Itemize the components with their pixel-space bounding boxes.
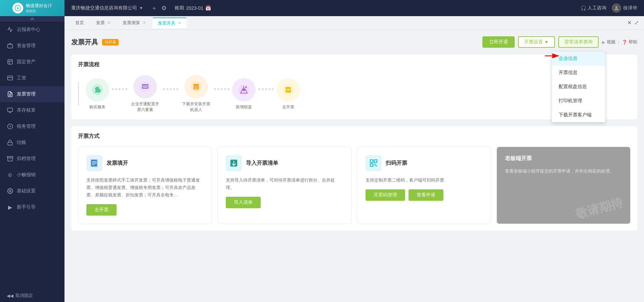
setting-button[interactable]: 开票设置 ▼ (518, 36, 555, 48)
user-service[interactable]: 🎧 人工咨询 (581, 5, 606, 11)
svg-rect-20 (142, 84, 148, 89)
step-label-1: 购买服务 (89, 104, 105, 110)
tab-invoice-list-close[interactable]: ✕ (108, 21, 111, 25)
accounting-icon (7, 139, 13, 146)
sidebar-item-accounting[interactable]: 结账 (0, 135, 65, 151)
sidebar-item-archive[interactable]: 归档管理 (0, 151, 65, 167)
sidebar-item-report2[interactable]: © 小畅报销 (0, 167, 65, 183)
connector-1 (112, 88, 127, 90)
close-tab-button[interactable]: ✕ (627, 20, 632, 26)
period-info: 账期 2023-01 📅 (175, 5, 211, 11)
divider: | (618, 40, 619, 45)
tab-invoice-list[interactable]: 发票 ✕ (91, 18, 116, 28)
step-circle-2 (133, 75, 157, 99)
method-header-fill: 发票填开 (86, 155, 204, 171)
company-selector[interactable]: 重庆畅捷交通信息咨询有限公司 ▼ (71, 5, 143, 11)
svg-rect-34 (286, 87, 291, 92)
tab-invoice-open[interactable]: 发票开具 ✕ (153, 17, 186, 28)
flow-steps: 购买服务 企业开通配置开票六要素 (78, 75, 631, 113)
fill-invoice-button[interactable]: 去开票 (86, 204, 117, 216)
dropdown-item-invoice-info[interactable]: 开票信息 (552, 66, 605, 80)
dropdown-item-label: 下载开票客户端 (559, 112, 592, 117)
app-title: 畅捷通好会计 (26, 3, 52, 9)
boss-watermark: 敬请期待 (574, 194, 625, 223)
dropdown-item-printer[interactable]: 打印机管理 (552, 94, 605, 108)
svg-point-13 (9, 190, 11, 192)
company-name: 重庆畅捷交通信息咨询有限公司 (71, 5, 137, 11)
exception-button[interactable]: 异常清单查询 (558, 36, 599, 48)
sidebar-item-label: 归档管理 (17, 156, 36, 162)
scan-code-manage-button[interactable]: 开票码管理 (366, 189, 405, 201)
sidebar-item-label: 发票管理 (17, 91, 36, 97)
content-area: 首页 发票 ✕ 发票测算 ✕ 发票开具 ✕ ✕ ⤢ 发票开具 (65, 16, 644, 302)
dropdown-item-download-client[interactable]: 下载开票客户端 (552, 108, 605, 122)
salary-icon (7, 75, 13, 81)
settings-button[interactable]: ⚙ (161, 4, 167, 12)
sidebar-item-label: 小畅报销 (17, 172, 36, 178)
page-header: 发票开具 待开通 立即开通 开票设置 ▼ 企业信息 (71, 36, 637, 48)
sidebar-item-label: 工资 (17, 75, 26, 81)
svg-text:+: + (245, 86, 246, 88)
step-label-5: 去开票 (282, 104, 294, 110)
connector-4 (258, 88, 274, 90)
sidebar-item-guide[interactable]: ▶ 新手引导 (0, 199, 65, 215)
sidebar-cancel-fixed[interactable]: ◀◀ 取消固定 (0, 289, 65, 302)
settings-sidebar-icon (7, 188, 13, 194)
service-label: 人工咨询 (588, 5, 606, 11)
sidebar-item-label: 库存核算 (17, 107, 36, 113)
import-invoice-icon (226, 155, 242, 171)
step-label-4: 新增税盘 (236, 104, 252, 110)
svg-rect-2 (8, 44, 13, 48)
method-header-scan: 扫码开票 (366, 155, 483, 171)
tab-invoice-test[interactable]: 发票测算 ✕ (117, 18, 151, 28)
connector-2 (163, 88, 178, 90)
logo-icon (12, 3, 23, 13)
user-info[interactable]: 徐泽华 (612, 3, 637, 13)
tax-icon (7, 123, 13, 130)
add-tab-button[interactable]: ＋ (151, 4, 157, 12)
sidebar-item-reports[interactable]: 云报表中心 (0, 22, 65, 38)
svg-point-1 (615, 6, 617, 8)
dropdown-item-label: 打印机管理 (559, 98, 582, 103)
sidebar-item-salary[interactable]: 工资 (0, 70, 65, 86)
method-section: 开票方式 发票填开 支持按照发票样式手工填开发票；可开具增值税电子普通发票、增值… (71, 126, 637, 231)
calendar-icon[interactable]: 📅 (205, 5, 211, 11)
import-invoice-button[interactable]: 导入清单 (226, 197, 261, 208)
topbar-right: 重庆畅捷交通信息咨询有限公司 ▼ ＋ ⚙ 账期 2023-01 📅 🎧 人工咨询… (65, 0, 644, 16)
main-layout: 云报表中心 资金管理 固定资产 工资 发票管理 (0, 16, 644, 302)
cancel-fixed-label: 取消固定 (15, 293, 33, 299)
import-invoice-title: 导入开票清单 (246, 160, 278, 167)
video-label[interactable]: 视频 (607, 39, 615, 45)
tab-invoice-test-close[interactable]: ✕ (143, 21, 146, 25)
sidebar-item-settings[interactable]: 基础设置 (0, 183, 65, 199)
svg-rect-4 (8, 76, 13, 80)
archive-icon (7, 155, 13, 162)
username-label: 徐泽华 (623, 5, 637, 11)
sidebar-item-funds[interactable]: 资金管理 (0, 38, 65, 54)
step-label-3: 下载并安装开票机器人 (181, 101, 211, 113)
sidebar-scroll-up[interactable] (0, 16, 65, 22)
tab-invoice-open-close[interactable]: ✕ (178, 21, 181, 25)
invoice-icon (7, 91, 13, 98)
step-divider-start (78, 82, 79, 106)
header-actions: 立即开通 开票设置 ▼ 企业信息 开票信息 (482, 36, 637, 48)
sidebar-item-label: 基础设置 (17, 188, 36, 194)
view-application-button[interactable]: 查看申请 (409, 189, 443, 201)
period-value: 2023-01 (186, 5, 203, 11)
maximize-button[interactable]: ⤢ (634, 20, 639, 26)
sidebar-item-tax[interactable]: 税务管理 (0, 118, 65, 135)
tab-home[interactable]: 首页 (70, 18, 89, 28)
status-badge: 待开通 (102, 39, 119, 45)
headset-icon: 🎧 (581, 5, 586, 11)
sidebar-item-invoice[interactable]: 发票管理 (0, 86, 65, 102)
topbar: 畅捷通好会计 旗舰版 重庆畅捷交通信息咨询有限公司 ▼ ＋ ⚙ 账期 2023-… (0, 0, 644, 16)
help-label[interactable]: 帮助 (629, 39, 637, 45)
dropdown-item-tax-disk[interactable]: 配置税盘信息 (552, 80, 605, 94)
step-circle-5 (276, 78, 300, 102)
tab-invoice-test-label: 发票测算 (123, 20, 140, 26)
sidebar-item-assets[interactable]: 固定资产 (0, 54, 65, 70)
sidebar-item-inventory[interactable]: 库存核算 (0, 102, 65, 118)
svg-rect-3 (8, 60, 12, 64)
activate-button[interactable]: 立即开通 (482, 36, 515, 48)
help-buttons: ▶ 视频 | ❓ 帮助 (602, 39, 637, 45)
